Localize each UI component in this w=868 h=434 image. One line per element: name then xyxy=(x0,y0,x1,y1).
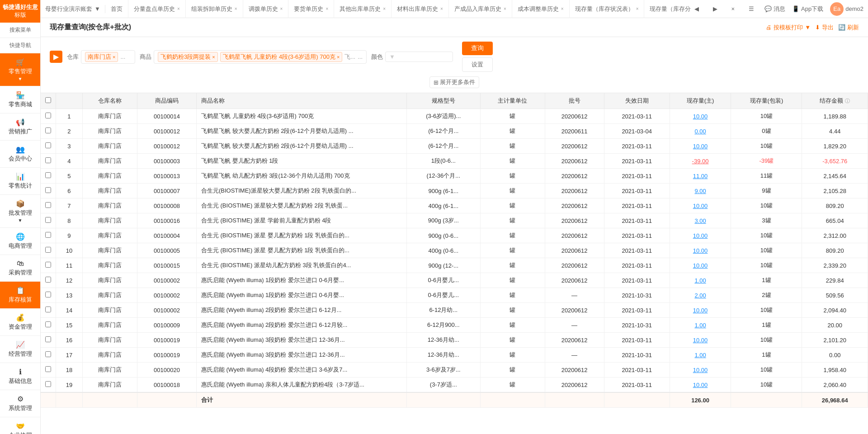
row-select-checkbox[interactable] xyxy=(45,232,51,238)
sidebar-item-inventory[interactable]: 📋 库存核算 xyxy=(0,282,40,309)
filter-more-icon[interactable]: ... xyxy=(120,53,125,60)
sidebar-item-purchase[interactable]: 🛍 采购管理 xyxy=(0,255,40,282)
row-qty-main[interactable]: 3.00 xyxy=(670,213,731,228)
remove-product-2-icon[interactable]: × xyxy=(337,54,340,60)
row-checkbox[interactable] xyxy=(41,228,56,243)
row-checkbox[interactable] xyxy=(41,154,56,169)
row-checkbox[interactable] xyxy=(41,303,56,318)
row-qty-main[interactable]: 10.00 xyxy=(670,303,731,318)
tab-home[interactable]: 首页 xyxy=(105,0,128,18)
row-select-checkbox[interactable] xyxy=(45,292,51,297)
export-btn[interactable]: ⬇ 导出 xyxy=(815,24,834,32)
close-icon[interactable]: × xyxy=(440,6,443,11)
tab-close-current[interactable]: × xyxy=(728,3,739,14)
tab-other-outbound[interactable]: 其他出库单历史 × xyxy=(334,0,392,18)
sidebar-item-operation[interactable]: 📈 经营管理 xyxy=(0,336,40,363)
row-select-checkbox[interactable] xyxy=(45,172,51,178)
row-qty-main[interactable]: 11.00 xyxy=(670,169,731,184)
row-select-checkbox[interactable] xyxy=(45,307,51,312)
row-qty-main[interactable]: 10.00 xyxy=(670,333,731,348)
row-qty-main[interactable]: 10.00 xyxy=(670,109,731,124)
row-qty-main[interactable]: 10.00 xyxy=(670,228,731,243)
refresh-btn[interactable]: 🔄 刷新 xyxy=(838,24,859,32)
sidebar-item-system[interactable]: ⚙ 系统管理 xyxy=(0,390,40,417)
row-checkbox[interactable] xyxy=(41,198,56,213)
row-qty-main[interactable]: 1.00 xyxy=(670,348,731,363)
row-checkbox[interactable] xyxy=(41,377,56,393)
settings-button[interactable]: 设置 xyxy=(462,57,493,72)
brand-selector[interactable]: 母婴行业演示账套 ▼ xyxy=(45,5,105,13)
select-all-checkbox[interactable] xyxy=(45,97,51,103)
remove-product-1-icon[interactable]: × xyxy=(212,54,215,60)
row-qty-main[interactable]: 10.00 xyxy=(670,377,731,393)
row-select-checkbox[interactable] xyxy=(45,157,51,163)
sidebar-item-ecommerce[interactable]: 🌐 电商管理 xyxy=(0,228,40,255)
row-select-checkbox[interactable] xyxy=(45,277,51,283)
tab-inventory-dist[interactable]: 现存量（库存分布表） × xyxy=(644,0,690,18)
app-download-btn[interactable]: 📱 App下载 xyxy=(792,5,823,13)
row-qty-main[interactable]: 1.00 xyxy=(670,273,731,288)
row-checkbox[interactable] xyxy=(41,169,56,184)
row-select-checkbox[interactable] xyxy=(45,262,51,268)
tab-material-outbound[interactable]: 材料出库单历史 × xyxy=(392,0,449,18)
close-icon[interactable]: × xyxy=(561,6,564,11)
row-select-checkbox[interactable] xyxy=(45,321,51,327)
close-icon[interactable]: × xyxy=(636,6,639,11)
row-select-checkbox[interactable] xyxy=(45,113,51,118)
sidebar-search[interactable]: 搜索菜单 xyxy=(0,23,40,38)
print-btn[interactable]: 🖨 按模板打印 ▼ xyxy=(766,24,811,32)
row-qty-main[interactable]: 10.00 xyxy=(670,139,731,154)
col-header-checkbox[interactable] xyxy=(41,93,56,109)
tab-partial-inventory[interactable]: 分量盘点单历史 × xyxy=(128,0,186,18)
row-checkbox[interactable] xyxy=(41,288,56,303)
row-checkbox[interactable] xyxy=(41,139,56,154)
row-checkbox[interactable] xyxy=(41,243,56,258)
sidebar-item-wholesale[interactable]: 📦 批发管理 ▼ xyxy=(0,195,40,228)
row-checkbox[interactable] xyxy=(41,363,56,377)
message-btn[interactable]: 💬 消息 xyxy=(764,5,785,13)
row-qty-main[interactable]: 2.00 xyxy=(670,288,731,303)
product-ellipsis[interactable]: 飞... xyxy=(344,53,355,61)
row-checkbox[interactable] xyxy=(41,318,56,333)
tab-product-inbound[interactable]: 产成品入库单历史 × xyxy=(449,0,512,18)
row-qty-main[interactable]: 1.00 xyxy=(670,318,731,333)
tab-inventory-status[interactable]: 现存量（库存状况表） × xyxy=(570,0,645,18)
sidebar-item-enterprise[interactable]: 🤝 企业协同 xyxy=(0,417,40,434)
filter-product-more-icon[interactable]: ... xyxy=(358,53,363,60)
row-qty-main[interactable]: 10.00 xyxy=(670,258,731,273)
warehouse-tag-container[interactable]: 南库门店 × ... xyxy=(81,50,135,64)
color-tag-container[interactable]: ▼ xyxy=(385,52,453,62)
tab-requisition[interactable]: 要货单历史 × xyxy=(288,0,334,18)
sidebar-item-retail-shop[interactable]: 🏪 零售商城 xyxy=(0,86,40,113)
row-select-checkbox[interactable] xyxy=(45,202,51,208)
expand-conditions-btn[interactable]: ⊞ 展开更多条件 xyxy=(429,76,479,88)
close-icon[interactable]: × xyxy=(177,6,180,11)
query-button[interactable]: 查询 xyxy=(462,42,493,55)
row-select-checkbox[interactable] xyxy=(45,142,51,148)
row-qty-main[interactable]: 10.00 xyxy=(670,198,731,213)
close-icon[interactable]: × xyxy=(280,6,283,11)
remove-warehouse-icon[interactable]: × xyxy=(113,54,115,60)
row-select-checkbox[interactable] xyxy=(45,381,51,387)
row-checkbox[interactable] xyxy=(41,184,56,198)
tab-transfer[interactable]: 调拨单历史 × xyxy=(243,0,289,18)
row-checkbox[interactable] xyxy=(41,348,56,363)
tab-menu[interactable]: ☰ xyxy=(745,3,758,14)
row-qty-main[interactable]: 9.00 xyxy=(670,184,731,198)
row-checkbox[interactable] xyxy=(41,109,56,124)
row-select-checkbox[interactable] xyxy=(45,127,51,133)
row-checkbox[interactable] xyxy=(41,273,56,288)
product-tag-container[interactable]: 飞鹤奶粉3段两提装 × 飞鹤星飞帆 儿童奶粉 4段(3-6岁适用) 700克 ×… xyxy=(154,50,367,64)
row-checkbox[interactable] xyxy=(41,258,56,273)
row-select-checkbox[interactable] xyxy=(45,187,51,193)
user-profile[interactable]: Ea demo2 xyxy=(830,2,863,16)
row-select-checkbox[interactable] xyxy=(45,351,51,357)
sidebar-item-member[interactable]: 👥 会员中心 xyxy=(0,141,40,168)
row-select-checkbox[interactable] xyxy=(45,247,51,253)
filter-toggle-btn[interactable]: ▶ xyxy=(50,51,62,63)
row-checkbox[interactable] xyxy=(41,124,56,139)
tab-scroll-right[interactable]: ▶ xyxy=(709,3,721,14)
sidebar-item-finance[interactable]: 💰 资金管理 xyxy=(0,309,40,336)
row-qty-main[interactable]: -39.00 xyxy=(670,154,731,169)
row-select-checkbox[interactable] xyxy=(45,366,51,372)
